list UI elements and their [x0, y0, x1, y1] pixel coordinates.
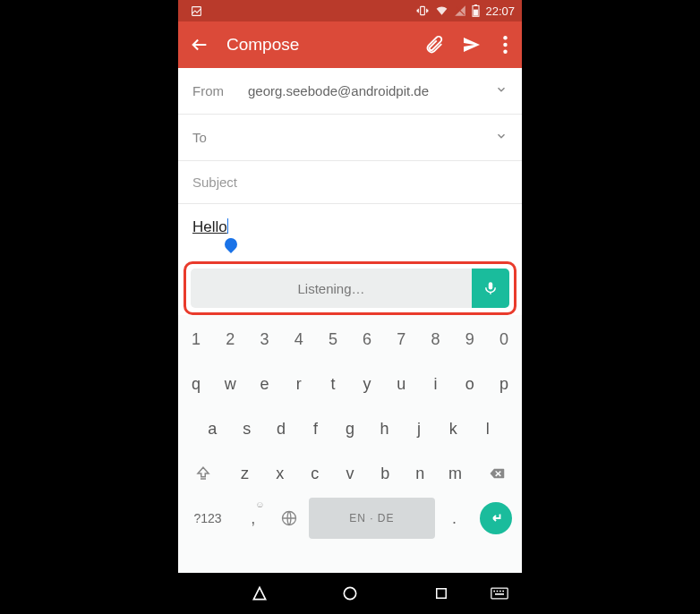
- key-y[interactable]: y: [351, 363, 383, 405]
- key-8[interactable]: 8: [419, 319, 451, 360]
- enter-key[interactable]: [474, 498, 518, 539]
- page-title: Compose: [226, 35, 407, 55]
- svg-rect-14: [493, 591, 495, 593]
- comma-label: ,: [251, 509, 255, 528]
- key-o[interactable]: o: [454, 363, 486, 405]
- key-d[interactable]: d: [265, 408, 297, 449]
- svg-rect-5: [474, 10, 479, 16]
- key-9[interactable]: 9: [454, 319, 486, 360]
- key-j[interactable]: j: [403, 408, 435, 449]
- keyboard-row-asdf: a s d f g h j k l: [180, 408, 520, 449]
- from-field[interactable]: From georg.seebode@androidpit.de: [178, 68, 522, 115]
- to-field[interactable]: To: [178, 115, 522, 161]
- key-k[interactable]: k: [437, 408, 469, 449]
- body-text: Hello: [192, 218, 227, 235]
- key-t[interactable]: t: [317, 363, 349, 405]
- key-f[interactable]: f: [299, 408, 331, 449]
- back-icon[interactable]: [189, 34, 210, 55]
- space-key[interactable]: EN · DE: [309, 498, 435, 539]
- svg-rect-4: [475, 4, 478, 5]
- keyboard-row-zxcv: z x c v b n m: [180, 453, 520, 494]
- svg-rect-18: [495, 593, 504, 595]
- key-i[interactable]: i: [419, 363, 451, 405]
- backspace-key[interactable]: [474, 453, 520, 494]
- keyboard-row-numbers: 1 2 3 4 5 6 7 8 9 0: [180, 319, 520, 360]
- svg-rect-16: [499, 591, 501, 593]
- svg-point-11: [344, 587, 355, 599]
- key-1[interactable]: 1: [180, 319, 212, 360]
- subject-placeholder: Subject: [192, 175, 508, 190]
- key-u[interactable]: u: [385, 363, 417, 405]
- key-0[interactable]: 0: [488, 319, 520, 360]
- status-bar: 22:07: [178, 0, 522, 21]
- key-5[interactable]: 5: [317, 319, 349, 360]
- vibrate-icon: [415, 4, 430, 17]
- symbols-key[interactable]: ?123: [182, 498, 234, 539]
- key-q[interactable]: q: [180, 363, 212, 405]
- voice-input-highlight: Listening…: [184, 261, 516, 315]
- emoji-icon: ☺: [255, 499, 264, 509]
- voice-input-bar[interactable]: Listening…: [191, 269, 509, 308]
- keyboard-row-qwerty: q w e r t y u i o p: [180, 363, 520, 405]
- voice-status-text: Listening…: [191, 281, 472, 296]
- key-v[interactable]: v: [333, 453, 366, 494]
- shift-key[interactable]: [180, 453, 226, 494]
- key-a[interactable]: a: [196, 408, 228, 449]
- key-p[interactable]: p: [488, 363, 520, 405]
- chevron-down-icon: [495, 83, 508, 98]
- signal-icon: [454, 4, 466, 17]
- nav-back-icon[interactable]: [250, 584, 269, 603]
- period-key[interactable]: .: [438, 498, 471, 539]
- nav-home-icon[interactable]: [340, 584, 360, 603]
- key-7[interactable]: 7: [385, 319, 417, 360]
- key-2[interactable]: 2: [214, 319, 246, 360]
- mic-icon[interactable]: [472, 269, 509, 308]
- key-b[interactable]: b: [369, 453, 402, 494]
- key-c[interactable]: c: [298, 453, 331, 494]
- svg-point-8: [503, 50, 507, 54]
- from-value: georg.seebode@androidpit.de: [248, 83, 482, 98]
- overflow-menu-icon[interactable]: [499, 34, 511, 55]
- key-g[interactable]: g: [334, 408, 366, 449]
- notification-icon: [191, 5, 202, 17]
- key-4[interactable]: 4: [283, 319, 315, 360]
- app-bar: Compose: [178, 21, 522, 68]
- keyboard-collapse-icon[interactable]: [490, 584, 509, 603]
- phone-frame: 22:07 Compose From georg.seebode@android…: [178, 0, 522, 614]
- keyboard-row-bottom: ?123 ☺ , EN · DE .: [180, 498, 520, 539]
- key-l[interactable]: l: [472, 408, 504, 449]
- key-m[interactable]: m: [439, 453, 472, 494]
- svg-rect-12: [436, 589, 446, 599]
- nav-bar: [178, 573, 522, 614]
- key-w[interactable]: w: [214, 363, 246, 405]
- cursor-handle[interactable]: [222, 235, 240, 253]
- svg-rect-0: [192, 6, 201, 15]
- send-icon[interactable]: [461, 34, 482, 55]
- svg-rect-1: [421, 6, 425, 14]
- from-label: From: [192, 83, 235, 98]
- key-3[interactable]: 3: [248, 319, 280, 360]
- key-z[interactable]: z: [228, 453, 261, 494]
- to-label: To: [192, 130, 235, 145]
- key-x[interactable]: x: [263, 453, 296, 494]
- nav-recent-icon[interactable]: [431, 584, 451, 603]
- key-6[interactable]: 6: [351, 319, 383, 360]
- key-s[interactable]: s: [230, 408, 262, 449]
- key-r[interactable]: r: [283, 363, 315, 405]
- svg-rect-15: [497, 591, 499, 593]
- svg-rect-17: [502, 591, 504, 593]
- attach-icon[interactable]: [423, 34, 445, 55]
- key-e[interactable]: e: [248, 363, 280, 405]
- key-h[interactable]: h: [368, 408, 400, 449]
- battery-icon: [472, 4, 480, 17]
- body-field[interactable]: Hello: [178, 204, 522, 256]
- language-key[interactable]: [272, 498, 305, 539]
- enter-icon: [480, 502, 512, 534]
- subject-field[interactable]: Subject: [178, 161, 522, 204]
- wifi-icon: [435, 4, 448, 17]
- key-n[interactable]: n: [404, 453, 437, 494]
- keyboard: 1 2 3 4 5 6 7 8 9 0 q w e r t y u i o p …: [178, 315, 522, 573]
- svg-point-7: [503, 43, 507, 47]
- comma-key[interactable]: ☺ ,: [236, 498, 269, 539]
- svg-point-6: [503, 36, 507, 39]
